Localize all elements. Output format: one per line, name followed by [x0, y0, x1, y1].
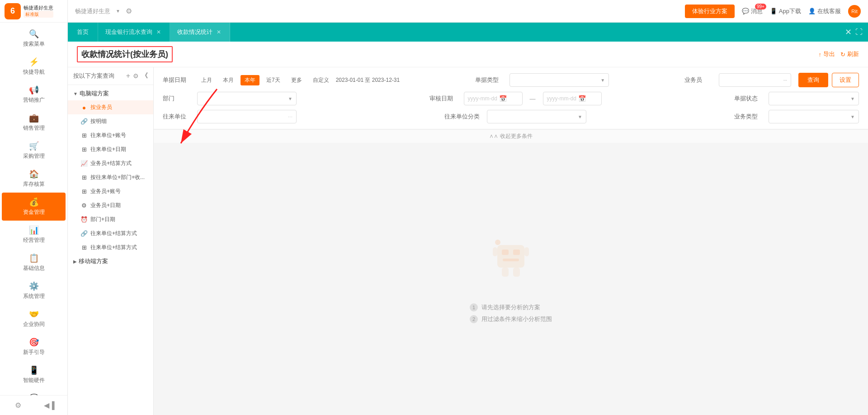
sidebar-item-finance[interactable]: 💰 资金管理: [2, 193, 66, 221]
search-button[interactable]: 查询: [798, 73, 828, 87]
tab-collection[interactable]: 收款情况统计 ✕: [170, 23, 230, 42]
tab-window-close[interactable]: ✕: [845, 27, 852, 37]
audit-date-from[interactable]: yyyy-mm-dd 📅: [464, 92, 523, 105]
svg-rect-7: [513, 268, 520, 277]
date-btn-thismonth[interactable]: 本月: [219, 75, 238, 85]
lightning-icon: ⚡: [29, 57, 39, 67]
date-btn-7days[interactable]: 近7天: [262, 75, 284, 85]
audit-date-label: 审核日期: [429, 94, 457, 103]
tree-arrow-right: ▶: [73, 259, 77, 264]
doc-type-select[interactable]: ▼: [509, 73, 609, 87]
tree-item-salesman-date[interactable]: ⚙ 业务员+日期: [68, 198, 153, 212]
empty-tips: 1 请先选择要分析的方案 2 用过滤条件来缩小分析范围: [470, 303, 552, 327]
sidebar-collapse-button[interactable]: ◀▐: [35, 399, 64, 411]
counterpart-category-select[interactable]: ▼: [487, 110, 586, 123]
left-panel-add-icon[interactable]: +: [126, 72, 130, 80]
export-icon: ↑: [819, 51, 822, 58]
tree-item-salesman-account[interactable]: ⊞ 业务员+账号: [68, 184, 153, 198]
date-separator: —: [530, 95, 536, 102]
operation-icon: 📊: [29, 225, 39, 235]
left-panel-title: 按以下方案查询: [73, 72, 114, 80]
system-icon: ⚙️: [29, 281, 39, 291]
smarthw-icon: 📱: [29, 365, 39, 375]
refresh-button[interactable]: ↻ 刷新: [840, 50, 859, 58]
sidebar-item-purchase[interactable]: 🛒 采购管理: [0, 137, 67, 165]
sidebar-item-wechat[interactable]: 💬 企业微信: [0, 389, 67, 395]
export-button[interactable]: ↑ 导出: [819, 50, 835, 58]
trial-button[interactable]: 体验行业方案: [685, 5, 735, 18]
app-icon: 📱: [770, 8, 777, 14]
tree-group-pc: ▼ 电脑端方案 ● 按业务员 🔗 按明细 ⊞: [68, 87, 153, 255]
sales-icon: 💼: [29, 113, 39, 123]
purchase-icon: 🛒: [29, 141, 39, 151]
app-download-button[interactable]: 📱 App下载: [770, 7, 801, 15]
page-title: 收款情况统计(按业务员): [77, 46, 173, 62]
tab-cashflow-close[interactable]: ✕: [155, 28, 162, 36]
messages-button[interactable]: 💬 消息 99+: [742, 7, 763, 15]
online-service-button[interactable]: 👤 在线客服: [808, 7, 841, 15]
logo-area: 6 畅捷通好生意 标准版: [0, 0, 67, 23]
filter-row-1: 单据日期 上月 本月 本年 近7天 更多 自定义 2023-01-01 至: [163, 73, 859, 87]
tree-item-dept-date[interactable]: ⏰ 部门+日期: [68, 212, 153, 226]
date-btn-lastmonth[interactable]: 上月: [197, 75, 216, 85]
tree-item-unit-account[interactable]: ⊞ 往来单位+账号: [68, 128, 153, 142]
empty-state: 1 请先选择要分析的方案 2 用过滤条件来缩小分析范围: [154, 143, 868, 415]
sidebar-item-smarthw[interactable]: 📱 智能硬件: [0, 361, 67, 389]
left-panel-settings-icon[interactable]: ⚙: [133, 72, 139, 80]
tree-item-unit-date[interactable]: ⊞ 往来单位+日期: [68, 142, 153, 156]
biz-type-select[interactable]: ▼: [769, 110, 859, 123]
date-btn-thisyear[interactable]: 本年: [241, 75, 259, 85]
sidebar-item-inventory[interactable]: 🏠 库存核算: [0, 165, 67, 193]
sidebar-item-operation[interactable]: 📊 经营管理: [0, 221, 67, 249]
tree-item-by-detail[interactable]: 🔗 按明细: [68, 114, 153, 128]
sidebar-item-search[interactable]: 🔍 搜索菜单: [0, 24, 67, 52]
tree-item-unit-dept-collect[interactable]: ⊞ 按往来单位+部门+收...: [68, 170, 153, 184]
empty-tip-2: 2 用过滤条件来缩小分析范围: [470, 315, 552, 323]
message-badge: 99+: [755, 4, 766, 9]
logo-badge: 标准版: [24, 11, 53, 18]
message-icon: 💬: [742, 8, 749, 14]
audit-date-to[interactable]: yyyy-mm-dd 📅: [543, 92, 602, 105]
date-btn-custom[interactable]: 自定义: [309, 75, 333, 85]
sidebar-item-basic[interactable]: 📋 基础信息: [0, 249, 67, 277]
robot-illustration: [484, 231, 538, 294]
user-avatar[interactable]: Rit: [848, 5, 861, 18]
date-buttons: 上月 本月 本年 近7天 更多 自定义 2023-01-01 至 2023-12…: [197, 75, 400, 85]
tab-window-expand[interactable]: ⛶: [855, 28, 863, 36]
sidebar-item-system[interactable]: ⚙️ 系统管理: [0, 277, 67, 305]
counterpart-select[interactable]: ···: [197, 110, 297, 123]
salesman-settle-icon: 📈: [80, 160, 88, 167]
tree-group-mobile-header[interactable]: ▶ 移动端方案: [68, 255, 153, 268]
sidebar-item-enterprise[interactable]: 🤝 企业协同: [0, 305, 67, 333]
tab-collection-close[interactable]: ✕: [215, 28, 222, 36]
collapse-bar[interactable]: ∧∧ 收起更多条件: [154, 129, 868, 143]
tree-item-salesman-settle[interactable]: 📈 业务员+结算方式: [68, 156, 153, 170]
settings-button[interactable]: 设置: [832, 73, 859, 87]
sidebar-item-quicknav[interactable]: ⚡ 快捷导航: [0, 52, 67, 80]
header-settings-icon[interactable]: ⚙: [126, 7, 132, 15]
tree-section: ▼ 电脑端方案 ● 按业务员 🔗 按明细 ⊞: [68, 85, 153, 270]
sidebar-item-newguide[interactable]: 🎯 新手引导: [0, 333, 67, 361]
tree-item-unit-settle1[interactable]: 🔗 往来单位+结算方式: [68, 226, 153, 241]
sidebar-item-sales[interactable]: 💼 销售管理: [0, 108, 67, 137]
date-label: 单据日期: [163, 76, 190, 84]
unit-settle2-icon: ⊞: [80, 244, 88, 251]
marketing-icon: 📢: [29, 85, 39, 95]
tree-item-by-salesman[interactable]: ● 按业务员: [68, 100, 153, 114]
sidebar-settings-button[interactable]: ⚙: [4, 399, 33, 411]
dept-select[interactable]: ▼: [197, 92, 297, 105]
tab-cashflow[interactable]: 现金银行流水查询 ✕: [98, 23, 170, 42]
header-dropdown-icon: ▼: [116, 9, 120, 14]
basic-icon: 📋: [29, 253, 39, 263]
doc-status-select[interactable]: ▼: [769, 92, 859, 105]
page-title-bar: 收款情况统计(按业务员) ↑ 导出 ↻ 刷新: [68, 42, 868, 67]
sidebar-item-marketing[interactable]: 📢 营销推广: [0, 80, 67, 108]
tree-group-pc-header[interactable]: ▼ 电脑端方案: [68, 87, 153, 100]
left-panel-collapse-icon[interactable]: 《: [142, 72, 148, 80]
date-btn-more[interactable]: 更多: [287, 75, 306, 85]
salesman-date-icon: ⚙: [80, 202, 88, 209]
tree-item-unit-settle2[interactable]: ⊞ 往来单位+结算方式: [68, 241, 153, 255]
salesman-select[interactable]: ···: [719, 73, 791, 87]
tab-home[interactable]: 首页: [68, 23, 98, 42]
left-panel-actions: + ⚙ 《: [126, 72, 148, 80]
